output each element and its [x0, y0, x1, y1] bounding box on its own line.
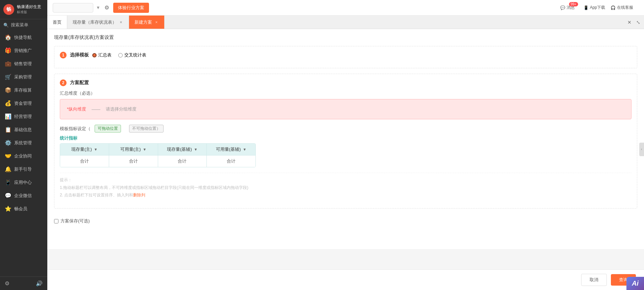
sidebar-item-inventory[interactable]: 📦 库存核算 — [0, 83, 47, 97]
stats-col-0-arrow[interactable]: ▼ — [94, 147, 98, 151]
stats-col-1[interactable]: 可用量(主) ▼ — [109, 144, 158, 155]
content-area: 现存量(库存状况表)方案设置 1 选择模板 汇总表 交叉统计表 — [47, 29, 644, 269]
sidebar-item-label: 畅会员 — [14, 206, 27, 212]
sidebar-item-system[interactable]: ⚙️ 系统管理 — [0, 136, 47, 149]
stats-col-1-label: 可用量(主) — [120, 146, 141, 152]
trial-btn[interactable]: 体验行业方案 — [113, 3, 149, 13]
radio-summary-label: 汇总表 — [98, 52, 112, 58]
stats-col-3-label: 可用量(基辅) — [216, 146, 241, 152]
sidebar-item-finance[interactable]: 💰 资金管理 — [0, 97, 47, 110]
stats-col-3[interactable]: 可用量(基辅) ▼ — [207, 144, 255, 155]
non-draggable-tag: 不可拖动位置） — [129, 125, 164, 132]
sidebar-item-label: 企业协同 — [14, 153, 32, 159]
save-option-label[interactable]: 方案保存(可选) — [60, 218, 90, 224]
search-icon: 🔍 — [3, 23, 9, 28]
sidebar-item-guide[interactable]: 🔔 新手引导 — [0, 163, 47, 176]
sidebar-item-label: 基础信息 — [14, 127, 32, 133]
expand-window-icon[interactable]: ⤡ — [635, 19, 641, 25]
stats-cell-0-0: 合计 — [60, 155, 109, 167]
clipboard-icon: 📋 — [5, 126, 11, 133]
topbar-gear-icon[interactable]: ⚙ — [104, 4, 109, 11]
tab-home-label: 首页 — [53, 19, 61, 25]
stats-col-3-arrow[interactable]: ▼ — [243, 147, 247, 151]
radio-summary-input[interactable] — [92, 53, 97, 57]
sidebar-item-quick-nav[interactable]: 🏠 快捷导航 — [0, 31, 47, 44]
metrics-config: 模板指标设定（ 可拖动位置 不可拖动位置） 统计指标 现存量(主) ▼ — [60, 125, 631, 167]
home-icon: 🏠 — [5, 34, 11, 41]
sidebar-item-label: 企业微信 — [14, 193, 32, 199]
sidebar-item-label: 资金管理 — [14, 100, 32, 106]
ai-badge[interactable]: Ai — [626, 277, 644, 290]
right-collapse-handle[interactable]: ‹ — [639, 143, 644, 156]
tab-home[interactable]: 首页 — [47, 16, 67, 29]
topbar-search-input[interactable] — [53, 3, 93, 13]
box-icon: 📦 — [5, 87, 11, 93]
volume-icon[interactable]: 🔊 — [36, 280, 43, 287]
message-badge: 99+ — [569, 2, 578, 6]
tab-inventory-close[interactable]: × — [119, 20, 123, 25]
radio-crosstab[interactable]: 交叉统计表 — [118, 52, 146, 58]
tab-new-plan[interactable]: 新建方案 × — [129, 16, 165, 29]
step2-number: 2 — [60, 79, 67, 86]
stats-col-2-arrow[interactable]: ▼ — [194, 147, 198, 151]
dimension-box[interactable]: *纵向维度 —— 请选择分组维度 — [60, 99, 631, 119]
save-checkbox[interactable] — [54, 219, 58, 223]
sidebar-item-member[interactable]: ⭐ 畅会员 — [0, 202, 47, 215]
tips-title: 提示： — [60, 177, 631, 183]
step1-title: 选择模板 — [70, 52, 89, 58]
message-action[interactable]: 💬 消息 99+ — [560, 5, 575, 10]
stats-section-title: 统计指标 — [60, 135, 631, 141]
dropdown-arrow-icon[interactable]: ▼ — [96, 5, 100, 10]
app-download-label: App下载 — [590, 5, 605, 10]
close-window-icon[interactable]: ✕ — [626, 19, 633, 25]
sidebar-item-label: 应用中心 — [14, 179, 32, 186]
stats-col-2-label: 现存量(基辅) — [167, 146, 192, 152]
sidebar-item-wechat[interactable]: 💬 企业微信 — [0, 189, 47, 202]
tips-section: 提示： 1.拖动标题栏可以调整布局，不可跨维度或指标区域拖动栏目字段(只能在同一… — [60, 173, 631, 203]
sidebar-item-label: 采购管理 — [14, 74, 32, 80]
app-download-action[interactable]: 📱 App下载 — [584, 5, 605, 10]
sidebar-item-purchase[interactable]: 🛒 采购管理 — [0, 70, 47, 83]
sidebar-item-label: 库存核算 — [14, 87, 32, 93]
sidebar-item-basic-info[interactable]: 📋 基础信息 — [0, 123, 47, 136]
tab-new-plan-label: 新建方案 — [134, 19, 152, 25]
chart-icon: 📊 — [5, 113, 11, 120]
sidebar-search[interactable]: 🔍 搜索菜单 — [0, 19, 47, 31]
settings-icon[interactable]: ⚙ — [5, 280, 9, 287]
stats-col-1-arrow[interactable]: ▼ — [143, 147, 147, 151]
template-radio-group: 汇总表 交叉统计表 — [92, 52, 146, 58]
sidebar-nav: 🏠 快捷导航 🎁 营销推广 💼 销售管理 🛒 采购管理 📦 库存核算 💰 资金管… — [0, 31, 47, 276]
headphone-icon: 🎧 — [611, 5, 616, 10]
step1-header: 1 选择模板 汇总表 交叉统计表 — [60, 52, 631, 58]
sidebar-item-label: 经营管理 — [14, 114, 32, 120]
stats-cell-0-3: 合计 — [207, 155, 255, 167]
chat-icon: 💬 — [5, 192, 11, 199]
sidebar-item-label: 销售管理 — [14, 61, 32, 67]
money-icon: 💰 — [5, 100, 11, 106]
sidebar-item-enterprise[interactable]: 🤝 企业协同 — [0, 149, 47, 163]
sidebar-item-apps[interactable]: 📱 应用中心 — [0, 176, 47, 189]
app-logo-icon: 畅 — [3, 4, 14, 15]
radio-summary[interactable]: 汇总表 — [92, 52, 112, 58]
sidebar-item-label: 快捷导航 — [14, 34, 32, 41]
stats-col-2[interactable]: 现存量(基辅) ▼ — [158, 144, 207, 155]
sidebar-item-marketing[interactable]: 🎁 营销推广 — [0, 44, 47, 57]
stats-col-0[interactable]: 现存量(主) ▼ — [60, 144, 109, 155]
sidebar-item-operations[interactable]: 📊 经营管理 — [0, 110, 47, 123]
radio-crosstab-input[interactable] — [118, 53, 123, 57]
tabbar: 首页 现存量（库存状况表） × 新建方案 × ✕ ⤡ — [47, 16, 644, 29]
handshake-icon: 🤝 — [5, 153, 11, 159]
bottom-bar: 取消 查询 — [47, 269, 644, 290]
page-title: 现存量(库存状况表)方案设置 — [54, 34, 637, 41]
app-edition: 标准版 — [17, 10, 41, 15]
briefcase-icon: 💼 — [5, 61, 11, 67]
step2-section: 2 方案配置 汇总维度（必选） *纵向维度 —— 请选择分组维度 模板指标设定（… — [54, 74, 637, 209]
dim-vertical-label: *纵向维度 — [67, 106, 86, 112]
tab-inventory-status[interactable]: 现存量（库存状况表） × — [67, 16, 129, 29]
gear-icon: ⚙️ — [5, 140, 11, 146]
cancel-button[interactable]: 取消 — [581, 274, 607, 286]
tab-new-plan-close[interactable]: × — [154, 20, 159, 25]
sidebar-item-sales[interactable]: 💼 销售管理 — [0, 57, 47, 70]
dim-section-label: 汇总维度（必选） — [60, 90, 631, 96]
online-service-action[interactable]: 🎧 在线客服 — [611, 5, 633, 10]
